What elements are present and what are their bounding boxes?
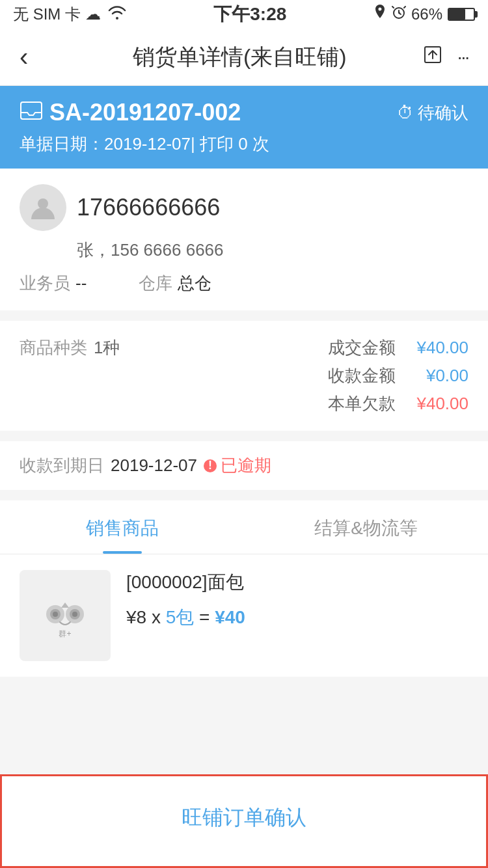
overdue-text: 已逾期 — [221, 454, 271, 477]
svg-text:群+: 群+ — [59, 629, 71, 638]
customer-phone: 17666666666 — [77, 194, 220, 221]
customer-name: 张，156 6666 6666 — [20, 239, 468, 262]
inbox-icon — [20, 99, 43, 126]
order-status: ⏱ 待确认 — [397, 102, 468, 124]
sales-rep-value: -- — [75, 273, 87, 293]
product-thumbnail: 群+ — [20, 570, 111, 661]
order-id: SA-20191207-002 — [20, 99, 241, 126]
warning-icon: ! — [204, 459, 217, 472]
tab-settlement-logistics[interactable]: 结算&物流等 — [244, 500, 488, 554]
status-time: 下午3:28 — [213, 2, 286, 27]
battery-icon — [448, 8, 475, 21]
warehouse-value: 总仓 — [178, 272, 211, 295]
clock-icon: ⏱ — [397, 103, 414, 123]
owed-amount-value: ¥40.00 — [403, 394, 468, 414]
nav-title: 销货单详情(来自旺铺) — [59, 42, 421, 72]
customer-meta: 业务员 -- 仓库 总仓 — [20, 272, 468, 295]
product-section: 群+ [0000002]面包 ¥8 x 5包 = ¥40 — [0, 554, 488, 677]
received-amount-value: ¥0.00 — [403, 366, 468, 386]
status-left: 无 SIM 卡 ☁ — [13, 4, 127, 25]
confirm-order-button[interactable]: 旺铺订单确认 — [28, 789, 460, 847]
nav-actions: ··· — [421, 43, 468, 71]
location-icon — [373, 5, 386, 24]
alarm-icon — [392, 5, 406, 24]
order-header: SA-20191207-002 ⏱ 待确认 单据日期：2019-12-07| 打… — [0, 86, 488, 169]
owed-amount-label: 本单欠款 — [328, 392, 396, 415]
product-name: [0000002]面包 — [126, 570, 468, 595]
due-date-label: 收款到期日 — [20, 454, 104, 477]
customer-section: 17666666666 张，156 6666 6666 业务员 -- 仓库 总仓 — [0, 169, 488, 310]
overdue-badge: ! 已逾期 — [204, 454, 271, 477]
due-section: 收款到期日 2019-12-07 ! 已逾期 — [0, 441, 488, 490]
transaction-amount-value: ¥40.00 — [403, 338, 468, 358]
no-sim-text: 无 SIM 卡 ☁ — [13, 4, 101, 25]
product-type-value: 1种 — [94, 336, 120, 359]
svg-rect-1 — [21, 102, 42, 119]
svg-point-2 — [38, 198, 48, 209]
order-date: 单据日期：2019-12-07| 打印 0 次 — [20, 133, 468, 156]
sales-rep-label: 业务员 — [20, 272, 70, 295]
status-right: 66% — [373, 5, 475, 24]
status-bar: 无 SIM 卡 ☁ 下午3:28 66% — [0, 0, 488, 29]
tabs-section: 销售商品 结算&物流等 — [0, 500, 488, 554]
due-date-value: 2019-12-07 — [111, 455, 197, 476]
wifi-icon — [107, 5, 127, 23]
summary-section: 商品种类 1种 成交金额 ¥40.00 收款金额 ¥0.00 本单欠款 ¥40.… — [0, 321, 488, 431]
share-icon[interactable] — [421, 43, 444, 71]
transaction-amount-label: 成交金额 — [328, 336, 396, 359]
received-amount-label: 收款金额 — [328, 364, 396, 387]
svg-point-7 — [53, 612, 58, 617]
product-type-label: 商品种类 — [20, 336, 87, 359]
confirm-button-wrap: 旺铺订单确认 — [0, 774, 488, 868]
more-button[interactable]: ··· — [457, 47, 468, 68]
nav-bar: ‹ 销货单详情(来自旺铺) ··· — [0, 29, 488, 86]
avatar — [20, 184, 66, 231]
product-price: ¥8 x 5包 = ¥40 — [126, 605, 468, 630]
svg-point-8 — [72, 612, 77, 617]
product-info: [0000002]面包 ¥8 x 5包 = ¥40 — [126, 570, 468, 630]
tab-sales-product[interactable]: 销售商品 — [0, 500, 244, 554]
warehouse-label: 仓库 — [139, 272, 172, 295]
product-item: 群+ [0000002]面包 ¥8 x 5包 = ¥40 — [20, 570, 468, 661]
back-button[interactable]: ‹ — [20, 42, 59, 72]
battery-percentage: 66% — [411, 5, 442, 23]
summary-right: 成交金额 ¥40.00 收款金额 ¥0.00 本单欠款 ¥40.00 — [328, 336, 468, 415]
